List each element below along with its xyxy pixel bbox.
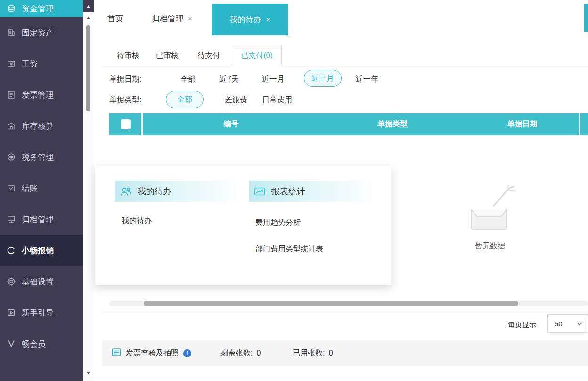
app-window: 资金管理 固定资产 工资 发票管理 库存核算: [0, 0, 588, 381]
sidebar-item-inventory[interactable]: 库存核算: [0, 110, 83, 141]
page-size-select[interactable]: 50: [547, 314, 588, 333]
tab-home[interactable]: 首页: [107, 13, 123, 24]
table-header-doc-date: 单据日期: [466, 113, 579, 135]
popup-link-expense-trend[interactable]: 费用趋势分析: [255, 218, 301, 228]
inventory-icon: [7, 121, 16, 131]
scroll-up-icon[interactable]: ▲: [83, 13, 94, 22]
vertical-scrollbar-thumb[interactable]: [86, 25, 90, 111]
table-header-row: 编号 单据类型 单据日期: [109, 113, 588, 135]
table-header-checkbox-cell: [109, 113, 141, 135]
salary-icon: [7, 59, 16, 68]
filter-type-travel[interactable]: 差旅费: [225, 91, 247, 108]
report-chart-icon: [253, 185, 266, 198]
right-edge-accent: [584, 4, 588, 32]
close-icon[interactable]: ×: [188, 15, 192, 23]
sidebar-item-label: 工资: [22, 58, 38, 69]
content-divider: [102, 310, 588, 310]
invoice-scan-icon: [111, 347, 122, 359]
sidebar-item-closing[interactable]: 结账: [0, 173, 83, 204]
filter-date-label: 单据日期:: [109, 71, 141, 88]
gear-icon: [7, 277, 16, 286]
scroll-top-icon[interactable]: ▲: [83, 0, 94, 12]
filter-date-1year[interactable]: 近一年: [356, 71, 378, 88]
tab-archive-label: 归档管理: [152, 13, 184, 24]
table-header-id: 编号: [143, 113, 319, 135]
close-icon[interactable]: ×: [266, 16, 270, 24]
scroll-down-icon[interactable]: ▼: [83, 369, 94, 377]
filter-type-daily[interactable]: 日常费用: [262, 91, 292, 108]
filter-date-1month[interactable]: 近一月: [262, 71, 285, 88]
used-value: 0: [329, 349, 333, 357]
member-icon: [7, 339, 16, 348]
subtab-paid-label: 已支付(0): [241, 51, 273, 61]
empty-box-icon: [461, 185, 519, 234]
sidebar-item-tax[interactable]: 税务管理: [0, 141, 83, 173]
funds-icon: [7, 4, 16, 13]
subtab-pending-pay[interactable]: 待支付: [197, 51, 220, 61]
sidebar-item-funds[interactable]: 资金管理: [0, 0, 83, 17]
invoice-icon: [7, 90, 16, 99]
closing-icon: [7, 183, 16, 193]
remaining-label: 剩余张数:: [220, 349, 253, 357]
popup-section-todo: 我的待办: [115, 181, 236, 202]
remaining-count: 剩余张数:0: [220, 348, 261, 358]
select-all-checkbox[interactable]: [121, 119, 131, 129]
empty-state-text: 暂无数据: [450, 241, 530, 251]
subtab-reviewed[interactable]: 已审核: [156, 51, 179, 61]
filter-date-3months-label: 近三月: [311, 74, 334, 83]
tab-my-todo[interactable]: 我的待办 ×: [212, 4, 288, 35]
fixed-assets-icon: [7, 28, 16, 37]
popup-section-report-title: 报表统计: [271, 186, 305, 197]
tab-archive[interactable]: 归档管理 ×: [152, 13, 192, 24]
filter-type-all-selected[interactable]: 全部: [166, 91, 204, 108]
people-icon: [120, 185, 132, 198]
chevron-down-icon: [576, 322, 583, 326]
tax-icon: [7, 152, 16, 162]
used-label: 已用张数:: [293, 349, 325, 357]
subtab-paid[interactable]: 已支付(0): [232, 46, 282, 66]
used-count: 已用张数:0: [293, 348, 333, 358]
remaining-value: 0: [256, 349, 261, 357]
sidebar-item-label: 归档管理: [22, 214, 54, 225]
empty-state: 暂无数据: [450, 185, 530, 251]
horizontal-scrollbar-thumb[interactable]: [144, 301, 518, 306]
sidebar-item-invoice[interactable]: 发票管理: [0, 79, 83, 110]
info-icon[interactable]: !: [183, 349, 191, 357]
popup-link-dept-expense-stats[interactable]: 部门费用类型统计表: [255, 244, 323, 254]
popup-section-todo-title: 我的待办: [138, 186, 172, 197]
sidebar-item-label: 库存核算: [22, 121, 54, 132]
sidebar-item-label: 结账: [22, 183, 38, 194]
sidebar-item-label: 基础设置: [22, 276, 54, 287]
sidebar-item-reimburse[interactable]: 小畅报销: [0, 235, 83, 266]
filter-date-7days[interactable]: 近7天: [220, 71, 239, 88]
subtab-underline: [102, 66, 588, 66]
page-size-label: 每页显示: [508, 321, 536, 330]
sidebar-item-label: 税务管理: [22, 152, 54, 163]
filter-date-3months-selected[interactable]: 近三月: [304, 70, 342, 87]
sidebar-item-salary[interactable]: 工资: [0, 48, 83, 79]
sidebar-item-label: 资金管理: [22, 3, 54, 14]
reimburse-icon: [7, 246, 16, 255]
sidebar-item-member[interactable]: 畅会员: [0, 328, 83, 359]
filter-type-all-label: 全部: [177, 95, 192, 105]
sidebar-item-label: 发票管理: [22, 90, 54, 100]
subtab-pending-review[interactable]: 待审核: [117, 51, 139, 61]
table-header-doc-type: 单据类型: [319, 113, 466, 135]
sidebar-item-guide[interactable]: 新手引导: [0, 297, 83, 328]
sidebar-item-label: 小畅报销: [22, 245, 54, 256]
popup-link-my-todo[interactable]: 我的待办: [122, 216, 152, 226]
sidebar-item-label: 新手引导: [22, 307, 54, 318]
tab-my-todo-label: 我的待办: [229, 14, 261, 25]
footer-bar: 发票查验及拍照 ! 剩余张数:0 已用张数:0: [102, 340, 588, 366]
tab-home-label: 首页: [107, 13, 123, 24]
sidebar-item-archive[interactable]: 归档管理: [0, 204, 83, 235]
filter-date-all[interactable]: 全部: [180, 71, 196, 88]
sidebar-item-label: 畅会员: [22, 339, 46, 349]
archive-icon: [7, 215, 16, 224]
sidebar-item-fixed-assets[interactable]: 固定资产: [0, 17, 83, 48]
sidebar-item-settings[interactable]: 基础设置: [0, 266, 83, 297]
sidebar: 资金管理 固定资产 工资 发票管理 库存核算: [0, 0, 83, 381]
filter-type-label: 单据类型:: [109, 91, 141, 108]
table-header-overflow: [580, 113, 588, 135]
invoice-check-link[interactable]: 发票查验及拍照: [126, 348, 179, 358]
